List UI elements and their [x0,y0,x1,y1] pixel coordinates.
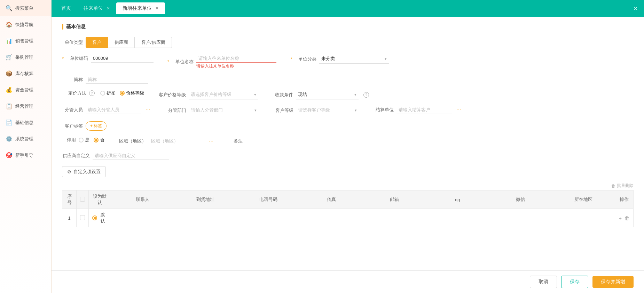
cell-email [363,209,426,227]
radio-price-level[interactable]: 价格等级 [120,90,144,96]
unit-name-input[interactable] [196,54,276,63]
department-select[interactable]: 请输入分管部门 ▾ [189,106,259,115]
region-group: 区域（地区） ··· [118,137,215,145]
contact-input[interactable] [115,214,170,222]
radio-discount[interactable]: 折扣 [100,90,116,96]
tab-new-partner-close[interactable]: ✕ [155,6,159,11]
cell-phone [237,209,300,227]
unit-code-input[interactable] [91,54,154,63]
address-input[interactable] [178,214,233,222]
sidebar-item-search[interactable]: 🔍 搜索菜单 [0,0,51,16]
supplier-custom-input[interactable] [93,152,169,160]
contact-table-section: 🗑 批量删除 序号 设为默认 联系人 到货地址 电话号码 传真 邮箱 qq [62,183,634,227]
sidebar-item-operations[interactable]: 📋 经营管理 [0,98,51,114]
wechat-input[interactable] [493,214,548,222]
short-name-input[interactable] [86,75,148,84]
customer-price-level-select[interactable]: 请选择客户价格等级 ▾ [189,90,258,99]
disabled-label: 停用 [62,137,76,143]
phone-input[interactable] [241,214,296,222]
settlement-unit-input[interactable] [396,106,452,114]
region-input[interactable] [149,137,205,145]
add-row-btn[interactable]: + [619,215,622,221]
col-phone: 电话号码 [237,190,300,209]
supplier-custom-group: 供应商自定义 [62,152,169,160]
sidebar-item-purchase[interactable]: 🛒 采购管理 [0,49,51,65]
cell-seq: 1 [62,209,77,227]
unit-name-group: * 单位名称 请输入往来单位名称 [167,54,276,69]
section-icon [62,24,63,30]
unit-type-customer-btn[interactable]: 客户 [86,37,108,48]
payment-terms-help-icon[interactable]: ? [363,92,369,98]
payment-terms-select[interactable]: 现结 ▾ [296,90,359,99]
table-row: 1 默认 [62,209,634,227]
sidebar-item-sales[interactable]: 📊 销售管理 [0,33,51,49]
radio-no-circle [94,138,99,143]
unit-category-group: * 单位分类 未分类 ▾ [290,54,389,64]
col-default: 设为默认 [89,190,111,209]
customer-price-level-chevron: ▾ [254,92,256,97]
tab-partner-close[interactable]: ✕ [107,6,110,11]
customer-level-chevron: ▾ [355,108,357,113]
department-label: 分管部门 [165,107,186,114]
row-checkbox[interactable] [80,215,85,220]
contact-table: 序号 设为默认 联系人 到货地址 电话号码 传真 邮箱 qq 微信 所在地区 操… [62,190,634,227]
tab-partner[interactable]: 往来单位 ✕ [77,2,116,14]
sidebar-item-finance[interactable]: 💰 资金管理 [0,82,51,98]
radio-disabled-no[interactable]: 否 [94,137,104,143]
main-area: 首页 往来单位 ✕ 新增往来单位 ✕ ✕ 基本信息 单位类型 客户 供应商 客户… [52,0,644,293]
region-table-input[interactable] [556,214,611,222]
section-title: 基本信息 [66,24,86,30]
sidebar-item-inventory[interactable]: 📦 库存核算 [0,65,51,82]
manager-input[interactable] [86,106,141,114]
unit-type-both-btn[interactable]: 客户/供应商 [135,37,172,48]
customer-level-select[interactable]: 请选择客户等级 ▾ [296,106,359,115]
col-checkbox [77,190,89,209]
disabled-group: 停用 是 否 [62,137,104,143]
sidebar-item-quick-nav[interactable]: 🏠 快捷导航 [0,16,51,33]
settlement-more-btn[interactable]: ··· [455,107,462,113]
cell-default: 默认 [89,209,111,227]
qq-input[interactable] [430,214,485,222]
delete-icon: 🗑 [611,184,615,188]
sidebar-item-system[interactable]: ⚙️ 系统管理 [0,131,51,147]
custom-settings-btn[interactable]: ⚙ 自定义项设置 [62,166,106,177]
sidebar-item-guide[interactable]: 🎯 新手引导 [0,147,51,163]
save-and-new-button[interactable]: 保存并新增 [592,276,634,288]
close-all-tabs[interactable]: ✕ [630,4,641,13]
delete-row-btn[interactable]: 🗑 [625,215,630,221]
batch-delete-btn[interactable]: 🗑 批量删除 [611,183,634,189]
email-input[interactable] [367,214,422,222]
cancel-button[interactable]: 取消 [530,276,557,288]
region-label: 区域（地区） [118,138,146,144]
unit-category-value: 未分类 [321,56,383,62]
manager-more-btn[interactable]: ··· [144,107,151,113]
home-icon: 🏠 [6,21,13,28]
section-header: 基本信息 [62,24,634,30]
disabled-radio-group: 是 否 [79,137,104,143]
short-name-group: 简称 [62,75,148,84]
remarks-input[interactable] [245,137,350,145]
tab-new-partner[interactable]: 新增往来单位 ✕ [116,2,165,14]
add-tag-btn[interactable]: + 标签 [86,121,107,131]
radio-discount-circle [100,91,105,96]
fax-input[interactable] [304,214,359,222]
radio-disabled-yes[interactable]: 是 [79,137,89,143]
default-radio-circle [92,215,97,220]
radio-yes-circle [79,138,84,143]
col-email: 邮箱 [363,190,426,209]
payment-terms-group: 收款条件 现结 ▾ ? [272,90,369,99]
tags-group: 客户标签 + 标签 [62,121,107,131]
tab-home[interactable]: 首页 [55,2,77,14]
sidebar-item-basic-info[interactable]: 📄 基础信息 [0,114,51,131]
pricing-help-icon[interactable]: ? [89,90,95,96]
cell-contact [111,209,174,227]
gear-icon: ⚙ [67,169,71,174]
region-more-btn[interactable]: ··· [207,138,215,144]
unit-type-supplier-btn[interactable]: 供应商 [108,37,135,48]
sales-icon: 📊 [6,38,13,44]
cell-qq [426,209,489,227]
save-button[interactable]: 保存 [561,276,588,288]
unit-category-select[interactable]: 未分类 ▾ [319,54,389,64]
footer-bar: 取消 保存 保存并新增 [52,270,644,293]
department-chevron: ▾ [254,108,257,113]
